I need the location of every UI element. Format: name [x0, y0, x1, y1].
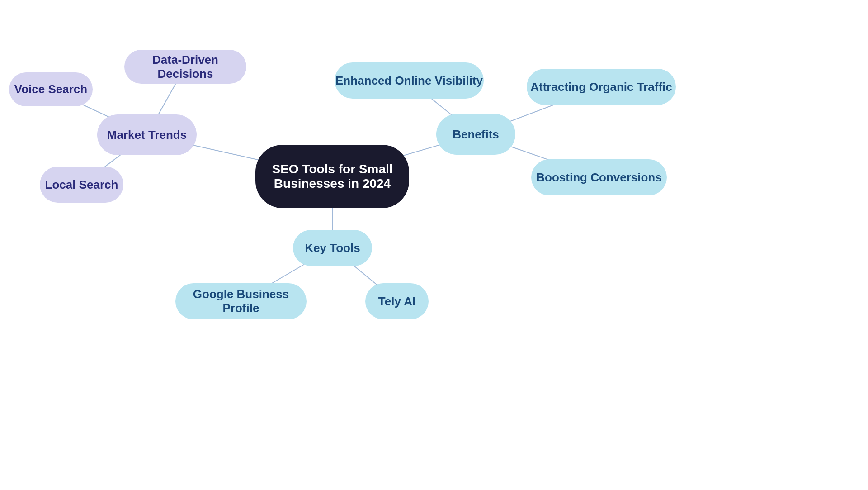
- boosting-label: Boosting Conversions: [536, 171, 661, 185]
- attracting-traffic-node[interactable]: Attracting Organic Traffic: [527, 69, 676, 105]
- voice-search-label: Voice Search: [14, 82, 87, 96]
- google-label: Google Business Profile: [175, 287, 307, 315]
- key-tools-node[interactable]: Key Tools: [293, 230, 372, 266]
- enhanced-label: Enhanced Online Visibility: [335, 74, 483, 88]
- tely-ai-node[interactable]: Tely AI: [365, 283, 429, 319]
- benefits-label: Benefits: [453, 128, 499, 142]
- local-search-node[interactable]: Local Search: [40, 167, 123, 203]
- tely-label: Tely AI: [378, 295, 415, 309]
- boosting-conversions-node[interactable]: Boosting Conversions: [531, 159, 667, 195]
- attracting-label: Attracting Organic Traffic: [530, 80, 672, 94]
- local-search-label: Local Search: [45, 178, 118, 192]
- market-trends-node[interactable]: Market Trends: [97, 114, 197, 155]
- key-tools-label: Key Tools: [305, 241, 360, 255]
- enhanced-visibility-node[interactable]: Enhanced Online Visibility: [335, 62, 484, 99]
- google-business-profile-node[interactable]: Google Business Profile: [175, 283, 307, 319]
- center-label: SEO Tools for Small Businesses in 2024: [255, 162, 409, 191]
- data-driven-node[interactable]: Data-Driven Decisions: [124, 50, 246, 84]
- voice-search-node[interactable]: Voice Search: [9, 72, 93, 106]
- benefits-node[interactable]: Benefits: [436, 114, 515, 155]
- market-trends-label: Market Trends: [107, 128, 187, 142]
- center-node: SEO Tools for Small Businesses in 2024: [255, 145, 409, 208]
- data-driven-label: Data-Driven Decisions: [124, 53, 246, 81]
